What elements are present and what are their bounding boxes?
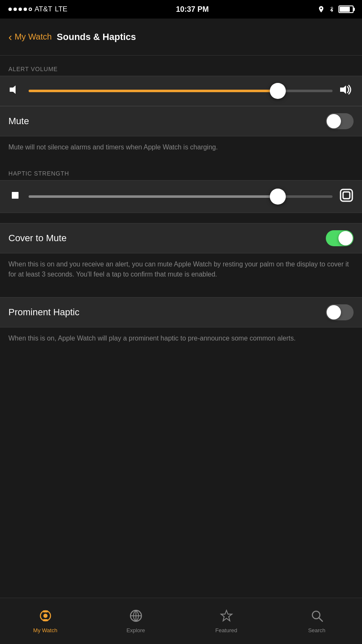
- volume-low-icon: [8, 84, 22, 98]
- content: ALERT VOLUME Mute: [0, 56, 362, 402]
- svg-rect-4: [343, 192, 350, 199]
- slider-track-bg: [29, 90, 333, 92]
- tab-my-watch-label: My Watch: [33, 627, 57, 633]
- prominent-haptic-description: When this is on, Apple Watch will play a…: [0, 327, 362, 351]
- nav-header: ‹ My Watch Sounds & Haptics: [0, 19, 362, 56]
- tab-featured[interactable]: Featured: [181, 609, 272, 633]
- mute-group: Mute: [0, 106, 362, 136]
- svg-marker-0: [10, 85, 16, 94]
- signal-dot-2: [13, 8, 17, 11]
- back-button[interactable]: ‹ My Watch: [8, 32, 52, 43]
- signal-dot-4: [24, 8, 27, 11]
- haptic-track-bg: [29, 195, 333, 198]
- tab-bar: My Watch Explore Featured: [0, 598, 362, 644]
- location-icon: [317, 5, 325, 13]
- svg-marker-12: [221, 610, 232, 621]
- cover-to-mute-group: Cover to Mute: [0, 223, 362, 253]
- mute-toggle-knob: [327, 114, 341, 128]
- bluetooth-icon: [328, 5, 335, 13]
- tab-featured-label: Featured: [215, 627, 237, 633]
- prominent-haptic-group: Prominent Haptic: [0, 297, 362, 327]
- haptic-track[interactable]: [29, 195, 333, 198]
- explore-icon: [129, 609, 143, 625]
- svg-rect-7: [43, 619, 48, 621]
- prominent-haptic-row: Prominent Haptic: [0, 298, 362, 327]
- prominent-haptic-toggle[interactable]: [326, 304, 354, 320]
- cover-to-mute-label: Cover to Mute: [8, 233, 67, 244]
- cover-to-mute-toggle-knob: [338, 231, 353, 245]
- network-type-label: LTE: [55, 5, 67, 13]
- svg-point-8: [43, 614, 48, 618]
- status-time: 10:37 PM: [176, 5, 209, 14]
- haptic-low-icon: [8, 189, 22, 204]
- mute-description: Mute will not silence alarms and timers …: [0, 136, 362, 160]
- featured-icon: [220, 609, 233, 625]
- slider-fill: [29, 90, 278, 92]
- tab-search[interactable]: Search: [272, 609, 362, 633]
- alert-volume-track[interactable]: [29, 90, 333, 92]
- chevron-left-icon: ‹: [8, 32, 12, 43]
- mute-label: Mute: [8, 116, 29, 127]
- haptic-strength-header: HAPTIC STRENGTH: [0, 160, 362, 180]
- back-label: My Watch: [15, 32, 52, 42]
- page-title: Sounds & Haptics: [57, 32, 136, 43]
- battery-fill: [340, 7, 350, 12]
- tab-explore[interactable]: Explore: [90, 609, 181, 633]
- haptic-fill: [29, 195, 278, 198]
- tab-explore-label: Explore: [126, 627, 145, 633]
- spacer-1: [0, 213, 362, 223]
- signal-dot-5: [29, 8, 32, 11]
- haptic-thumb[interactable]: [270, 189, 286, 205]
- svg-marker-1: [340, 85, 346, 94]
- svg-rect-6: [43, 610, 48, 612]
- status-right: [317, 5, 354, 13]
- mute-toggle[interactable]: [326, 113, 354, 129]
- search-icon: [310, 609, 324, 625]
- signal-dots: [8, 8, 32, 11]
- spacer-2: [0, 287, 362, 297]
- prominent-haptic-toggle-knob: [327, 305, 341, 319]
- cover-to-mute-description: When this is on and you receive an alert…: [0, 253, 362, 287]
- tab-my-watch[interactable]: My Watch: [0, 609, 90, 633]
- cover-to-mute-toggle[interactable]: [326, 230, 354, 246]
- prominent-haptic-label: Prominent Haptic: [8, 307, 80, 318]
- alert-volume-header: ALERT VOLUME: [0, 56, 362, 76]
- status-left: AT&T LTE: [8, 5, 67, 13]
- haptic-high-icon: [339, 188, 354, 205]
- signal-dot-3: [19, 8, 22, 11]
- svg-line-14: [319, 618, 322, 621]
- slider-thumb[interactable]: [270, 83, 286, 99]
- my-watch-icon: [39, 609, 52, 625]
- carrier-label: AT&T: [35, 5, 52, 13]
- svg-rect-3: [341, 189, 352, 201]
- signal-dot-1: [8, 8, 12, 11]
- volume-high-icon: [339, 84, 354, 98]
- battery-icon: [338, 5, 354, 13]
- haptic-slider-row: [0, 180, 362, 213]
- status-bar: AT&T LTE 10:37 PM: [0, 0, 362, 19]
- cover-to-mute-row: Cover to Mute: [0, 224, 362, 253]
- tab-search-label: Search: [308, 627, 325, 633]
- svg-rect-2: [12, 192, 19, 199]
- alert-volume-slider-row: [0, 76, 362, 106]
- mute-row: Mute: [0, 106, 362, 136]
